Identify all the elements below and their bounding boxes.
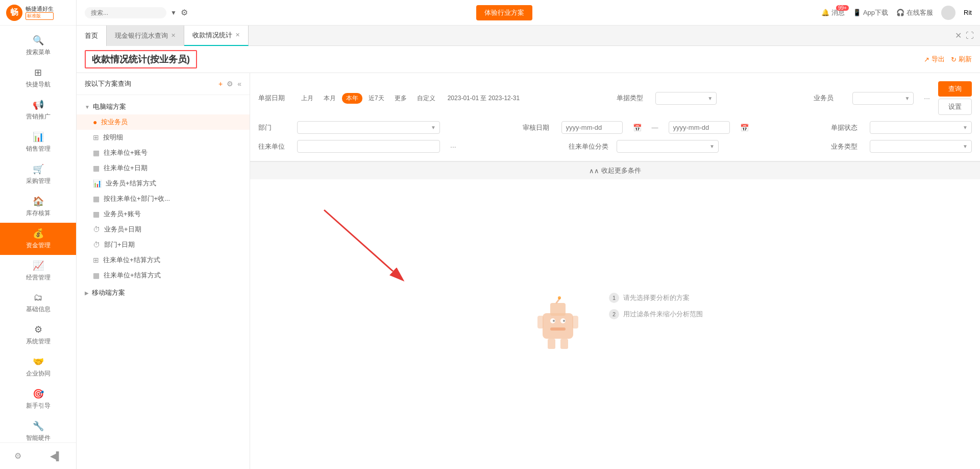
- chevron-up-icon: ∧∧: [589, 167, 599, 175]
- collapse-bar[interactable]: ∧∧ 收起更多条件: [250, 161, 980, 179]
- app-download-item[interactable]: 📱 App下载: [853, 8, 888, 17]
- scheme-item-customer-date-label: 往来单位+日期: [104, 163, 148, 173]
- tab-collection-stats[interactable]: 收款情况统计 ✕: [184, 26, 249, 46]
- scheme-item-customer-settle1[interactable]: ⊞ 往来单位+结算方式: [77, 252, 250, 268]
- review-date-to-input[interactable]: [669, 121, 730, 134]
- scheme-item-dept-date[interactable]: ⏱ 部门+日期: [77, 237, 250, 252]
- scheme-item-customer-dept[interactable]: ▦ 按往来单位+部门+收...: [77, 191, 250, 206]
- collection-stats-tab-label: 收款情况统计: [192, 31, 232, 40]
- date-btn-this-year[interactable]: 本年: [342, 93, 362, 104]
- refresh-button[interactable]: ↻ 刷新: [951, 55, 972, 64]
- customer-select-wrapper: [297, 140, 440, 153]
- trial-button[interactable]: 体验行业方案: [476, 5, 532, 20]
- bell-icon: 🔔: [821, 9, 829, 16]
- notification-item[interactable]: 🔔 消息 99+: [821, 8, 845, 17]
- sidebar-item-newguide[interactable]: 🎯 新手引导: [0, 383, 76, 415]
- customer-category-select[interactable]: [617, 140, 719, 153]
- date-btn-last-month[interactable]: 上月: [297, 93, 317, 104]
- scheme-item-salesman-settle-label: 业务员+结算方式: [106, 179, 156, 188]
- detail-item-icon: ⊞: [93, 133, 99, 142]
- scheme-collapse-icon[interactable]: «: [237, 80, 241, 88]
- scheme-item-salesman-date[interactable]: ⏱ 业务员+日期: [77, 222, 250, 237]
- svg-rect-9: [537, 316, 544, 329]
- date-btn-custom[interactable]: 自定义: [413, 93, 439, 104]
- filter-section: 单据日期 上月 本月 本年 近7天 更多 自定义 2023-01-01 至 20…: [250, 73, 980, 161]
- setting-button[interactable]: 设置: [938, 99, 972, 115]
- sidebar-item-operations[interactable]: 📈 经营管理: [0, 255, 76, 287]
- svg-rect-12: [560, 339, 568, 349]
- bank-flow-tab-close[interactable]: ✕: [171, 32, 176, 39]
- dept-select[interactable]: [297, 121, 440, 134]
- calendar-to-icon[interactable]: 📅: [740, 124, 749, 132]
- scheme-item-customer-settle2[interactable]: ▦ 往来单位+结算方式: [77, 268, 250, 283]
- close-window-icon[interactable]: ✕: [955, 31, 962, 40]
- desktop-group-arrow: ▼: [85, 104, 90, 110]
- sidebar-item-marketing[interactable]: 📢 营销推广: [0, 94, 76, 126]
- scheme-item-customer-dept-label: 按往来单位+部门+收...: [104, 194, 170, 203]
- sales-icon: 📊: [33, 131, 44, 143]
- logo-icon: 畅: [6, 5, 22, 21]
- date-btn-more[interactable]: 更多: [390, 93, 411, 104]
- sidebar-item-purchase[interactable]: 🛒 采购管理: [0, 158, 76, 191]
- svg-point-7: [563, 320, 565, 322]
- tip-item-1: 1 请先选择要分析的方案: [609, 293, 703, 303]
- date-btn-this-month[interactable]: 本月: [320, 93, 340, 104]
- collection-stats-tab-close[interactable]: ✕: [235, 32, 240, 38]
- collapse-sidebar-icon[interactable]: ◀▌: [48, 449, 64, 463]
- user-avatar[interactable]: [941, 6, 955, 20]
- maximize-window-icon[interactable]: ⛶: [966, 31, 974, 40]
- query-button[interactable]: 查询: [938, 81, 972, 97]
- customer-select[interactable]: [297, 140, 440, 153]
- scheme-item-customer-date[interactable]: ▦ 往来单位+日期: [77, 160, 250, 176]
- refresh-label: 刷新: [959, 55, 972, 64]
- header-search-input[interactable]: [85, 7, 166, 18]
- sidebar-item-hardware[interactable]: 🔧 智能硬件: [0, 415, 76, 442]
- basic-info-icon: 🗂: [34, 292, 43, 303]
- salesman-filter-label: 业务员: [814, 93, 844, 103]
- tab-bank-flow[interactable]: 现金银行流水查询 ✕: [107, 26, 184, 46]
- sidebar-item-finance[interactable]: 💰 资金管理: [0, 223, 76, 255]
- scheme-item-salesman-account[interactable]: ▦ 业务员+账号: [77, 206, 250, 222]
- scheme-item-by-salesman[interactable]: ● 按业务员: [77, 114, 250, 130]
- scheme-gear-icon[interactable]: ⚙: [227, 80, 233, 88]
- tip-item-2: 2 用过滤条件来缩小分析范围: [609, 309, 703, 319]
- online-service-item[interactable]: 🎧 在线客服: [896, 8, 933, 17]
- scheme-item-customer-account[interactable]: ▦ 往来单位+账号: [77, 145, 250, 160]
- date-btn-7days[interactable]: 近7天: [364, 93, 388, 104]
- scheme-item-by-detail[interactable]: ⊞ 按明细: [77, 130, 250, 145]
- salesman-more-icon[interactable]: ···: [924, 94, 930, 102]
- scheme-add-icon[interactable]: +: [218, 80, 223, 88]
- doc-status-select[interactable]: [870, 121, 972, 134]
- dept-date-icon: ⏱: [93, 241, 100, 249]
- sidebar-item-quicknav[interactable]: ⊞ 快捷导航: [0, 62, 76, 94]
- customer-more-icon[interactable]: ···: [450, 143, 456, 151]
- header-gear-icon[interactable]: ⚙: [181, 8, 188, 17]
- sidebar-item-system[interactable]: ⚙ 系统管理: [0, 319, 76, 351]
- sidebar-item-search[interactable]: 🔍 搜索菜单: [0, 30, 76, 62]
- sidebar-nav: 🔍 搜索菜单 ⊞ 快捷导航 📢 营销推广 📊 销售管理 🛒 采购管理 🏠: [0, 26, 76, 442]
- hardware-icon: 🔧: [33, 420, 44, 432]
- system-icon: ⚙: [34, 324, 42, 335]
- doc-type-select[interactable]: [655, 92, 717, 105]
- sidebar-item-enterprise[interactable]: 🤝 企业协同: [0, 351, 76, 383]
- tree-group-desktop-header[interactable]: ▼ 电脑端方案: [77, 99, 250, 114]
- business-type-select[interactable]: [870, 140, 972, 153]
- sidebar-item-sales[interactable]: 📊 销售管理: [0, 126, 76, 158]
- sidebar-item-inventory[interactable]: 🏠 库存核算: [0, 191, 76, 223]
- export-label: 导出: [932, 55, 945, 64]
- sidebar-item-basic-info[interactable]: 🗂 基础信息: [0, 287, 76, 319]
- tab-home[interactable]: 首页: [77, 26, 107, 46]
- calendar-from-icon[interactable]: 📅: [633, 124, 642, 132]
- enterprise-icon: 🤝: [33, 356, 44, 367]
- business-type-select-wrapper: ▼: [870, 140, 972, 153]
- header-dropdown-icon[interactable]: ▼: [170, 9, 177, 16]
- tree-group-mobile-header[interactable]: ▶ 移动端方案: [77, 285, 250, 300]
- date-range-display: 2023-01-01 至 2023-12-31: [448, 94, 520, 103]
- export-button[interactable]: ↗ 导出: [924, 55, 945, 64]
- settings-bottom-icon[interactable]: ⚙: [12, 449, 23, 463]
- salesman-select[interactable]: [852, 92, 914, 105]
- page-title: 收款情况统计(按业务员): [92, 54, 190, 64]
- scheme-item-salesman-settle[interactable]: 📊 业务员+结算方式: [77, 176, 250, 191]
- review-date-from-input[interactable]: [561, 121, 623, 134]
- notification-badge: 99+: [836, 5, 849, 11]
